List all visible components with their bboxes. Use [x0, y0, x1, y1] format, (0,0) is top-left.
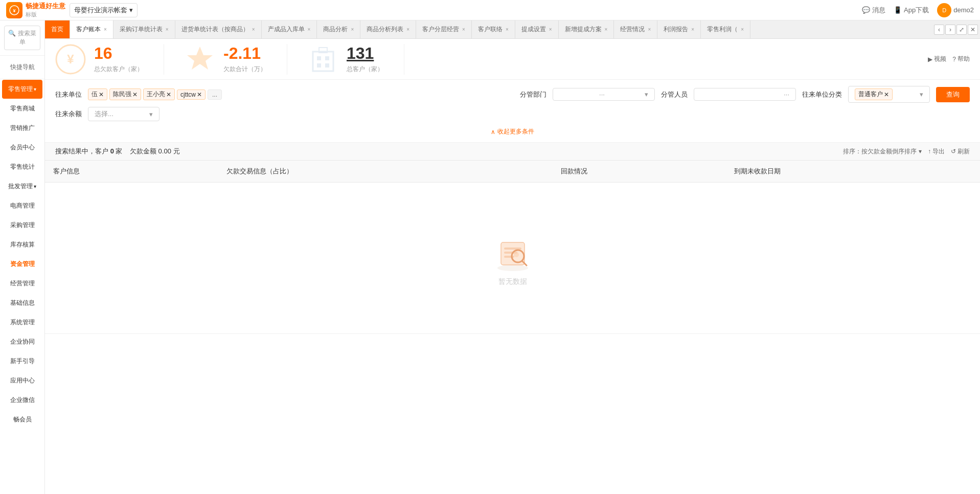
- tab-close-profit-report[interactable]: ×: [691, 27, 694, 32]
- tab-close-product-analysis[interactable]: ×: [351, 27, 354, 32]
- stat-debt-amount-info: -2.11 欠款合计（万）: [223, 44, 266, 73]
- unit-tag-chen-remove[interactable]: ✕: [132, 91, 138, 98]
- tab-customer-segment[interactable]: 客户分层经营×: [416, 20, 472, 39]
- sidebar-item-finance[interactable]: 资金管理: [2, 255, 42, 274]
- tab-close-customer-segment[interactable]: ×: [462, 27, 465, 32]
- sidebar-item-vip[interactable]: 畅会员: [2, 410, 42, 429]
- user-avatar-btn[interactable]: D demo2: [937, 3, 974, 17]
- tab-close-customer-capital[interactable]: ×: [104, 27, 107, 32]
- unit-class-dropdown[interactable]: 普通客户 ✕ ▾: [848, 86, 930, 103]
- sidebar: 🔍 搜索菜单 快捷导航 零售管理 ▾零售商城营销推广会员中心零售统计批发管理 ▾…: [0, 20, 45, 494]
- sidebar-item-wechat[interactable]: 企业微信: [2, 391, 42, 410]
- sidebar-item-retail-store[interactable]: 零售商城: [2, 99, 42, 118]
- tab-close-instock-stats[interactable]: ×: [252, 27, 255, 32]
- empty-cell: 暂无数据: [45, 183, 980, 334]
- tab-close-raise-settings[interactable]: ×: [549, 27, 552, 32]
- col-payment: 回款情况: [553, 161, 726, 183]
- stat-debt-amount-label: 欠款合计（万）: [223, 65, 266, 74]
- sidebar-item-enterprise[interactable]: 企业协同: [2, 332, 42, 351]
- video-btn[interactable]: ▶ 视频: [928, 55, 946, 63]
- sidebar-item-purchase[interactable]: 采购管理: [2, 216, 42, 235]
- tab-new-raise[interactable]: 新增提成方案×: [559, 20, 614, 39]
- sidebar-search-area: 🔍 搜索菜单: [0, 20, 44, 56]
- query-btn[interactable]: 查询: [936, 87, 970, 102]
- sidebar-item-base-info[interactable]: 基础信息: [2, 294, 42, 312]
- collapse-btn[interactable]: ∧ 收起更多条件: [55, 125, 970, 138]
- refresh-btn[interactable]: ↺ 刷新: [951, 147, 970, 156]
- unit-tag-cjttcw-remove[interactable]: ✕: [197, 91, 202, 98]
- tab-customer-contact[interactable]: 客户联络×: [472, 20, 515, 39]
- tab-close-retail-profit[interactable]: ×: [741, 27, 744, 32]
- sidebar-item-batch-mgmt[interactable]: 批发管理 ▾: [2, 177, 42, 196]
- tab-profit-report[interactable]: 利润报告×: [657, 20, 701, 39]
- person-dropdown-more: ···: [784, 91, 789, 98]
- dept-dropdown[interactable]: ··· ▾: [553, 88, 655, 101]
- logo-area: ¥ 畅捷通好生意 标版: [6, 2, 65, 18]
- tab-product-analysis[interactable]: 商品分析×: [317, 20, 360, 39]
- export-btn[interactable]: ↑ 导出: [928, 147, 945, 156]
- table-header: 客户信息 欠款交易信息（占比） 回款情况 到期未收款日期: [45, 161, 980, 183]
- empty-row: 暂无数据: [45, 183, 980, 334]
- sidebar-item-operations[interactable]: 经营管理: [2, 274, 42, 293]
- balance-dropdown[interactable]: 选择... ▾: [88, 107, 159, 121]
- person-dropdown[interactable]: ···: [694, 88, 796, 101]
- tab-prev-btn[interactable]: ‹: [934, 25, 944, 35]
- svg-rect-7: [325, 56, 329, 60]
- unit-tag-wang-remove[interactable]: ✕: [166, 91, 171, 98]
- tab-instock-stats[interactable]: 进货单统计表（按商品）×: [175, 20, 262, 39]
- unit-class-label: 往来单位分类: [802, 90, 842, 99]
- app-download-btn[interactable]: 📱 App下载: [894, 6, 929, 15]
- sidebar-item-ecommerce[interactable]: 电商管理: [2, 196, 42, 215]
- sidebar-item-retail-stats[interactable]: 零售统计: [2, 158, 42, 176]
- tab-retail-profit[interactable]: 零售利润（×: [701, 20, 750, 39]
- industry-selector[interactable]: 母婴行业演示帐套 ▾: [70, 3, 138, 17]
- sidebar-item-inventory[interactable]: 库存核算: [2, 235, 42, 254]
- tab-product-analysis-list[interactable]: 商品分析列表×: [360, 20, 416, 39]
- tab-raise-settings[interactable]: 提成设置×: [515, 20, 559, 39]
- help-btn[interactable]: ? 帮助: [952, 55, 970, 63]
- sidebar-item-app-center[interactable]: 应用中心: [2, 371, 42, 390]
- sidebar-search-btn[interactable]: 🔍 搜索菜单: [4, 26, 40, 50]
- col-customer-info: 客户信息: [45, 161, 218, 183]
- tab-purchase-order[interactable]: 采购订单统计表×: [113, 20, 175, 39]
- sidebar-item-member-center[interactable]: 会员中心: [2, 138, 42, 157]
- sidebar-item-retail-mgmt[interactable]: 零售管理 ▾: [2, 80, 42, 99]
- stat-total-customers-info: 131 总客户（家）: [347, 44, 383, 73]
- filter-bar: 往来单位 伍 ✕ 陈民强 ✕ 王小亮 ✕: [45, 80, 980, 143]
- sort-label: 排序：按欠款金额倒序排序: [843, 147, 917, 156]
- tab-close-customer-contact[interactable]: ×: [506, 27, 509, 32]
- svg-point-11: [497, 265, 528, 271]
- col-debt-info: 欠款交易信息（占比）: [218, 161, 553, 183]
- unit-class-tag-remove[interactable]: ✕: [884, 91, 889, 98]
- tab-close-product-instock[interactable]: ×: [308, 27, 311, 32]
- tab-close-new-raise[interactable]: ×: [605, 27, 608, 32]
- svg-rect-5: [313, 52, 333, 71]
- sidebar-item-new-guide[interactable]: 新手引导: [2, 352, 42, 371]
- message-btn[interactable]: 💬 消息: [862, 6, 885, 15]
- unit-tag-wang: 王小亮 ✕: [143, 88, 175, 100]
- table-body: 暂无数据: [45, 183, 980, 334]
- stat-total-customers-value[interactable]: 131: [347, 44, 383, 62]
- unit-tag-wu-remove[interactable]: ✕: [99, 91, 104, 98]
- tab-close-product-analysis-list[interactable]: ×: [406, 27, 409, 32]
- unit-filter-more[interactable]: ...: [208, 89, 222, 100]
- unit-class-arrow: ▾: [920, 91, 923, 98]
- svg-rect-8: [317, 63, 321, 68]
- logo-icon: ¥: [6, 2, 22, 18]
- sort-select[interactable]: 排序：按欠款金额倒序排序 ▾: [843, 147, 922, 156]
- tab-maximize-btn[interactable]: ⤢: [956, 25, 967, 35]
- export-icon: ↑: [928, 148, 931, 155]
- tab-customer-capital[interactable]: 客户账本×: [70, 20, 113, 39]
- sidebar-item-quick-nav[interactable]: 快捷导航: [0, 59, 44, 76]
- sidebar-item-sys-mgmt[interactable]: 系统管理: [2, 313, 42, 332]
- person-filter-label: 分管人员: [661, 90, 688, 99]
- sidebar-item-marketing[interactable]: 营销推广: [2, 119, 42, 138]
- tab-product-instock[interactable]: 产成品入库单×: [262, 20, 317, 39]
- tab-home[interactable]: 首页: [45, 20, 70, 39]
- tab-biz-situation[interactable]: 经营情况×: [614, 20, 657, 39]
- tab-close-biz-situation[interactable]: ×: [648, 27, 651, 32]
- tab-close-all-btn[interactable]: ✕: [968, 25, 978, 35]
- stat-total-customers: 131 总客户（家）: [308, 44, 404, 75]
- tab-next-btn[interactable]: ›: [945, 25, 955, 35]
- tab-close-purchase-order[interactable]: ×: [166, 27, 169, 32]
